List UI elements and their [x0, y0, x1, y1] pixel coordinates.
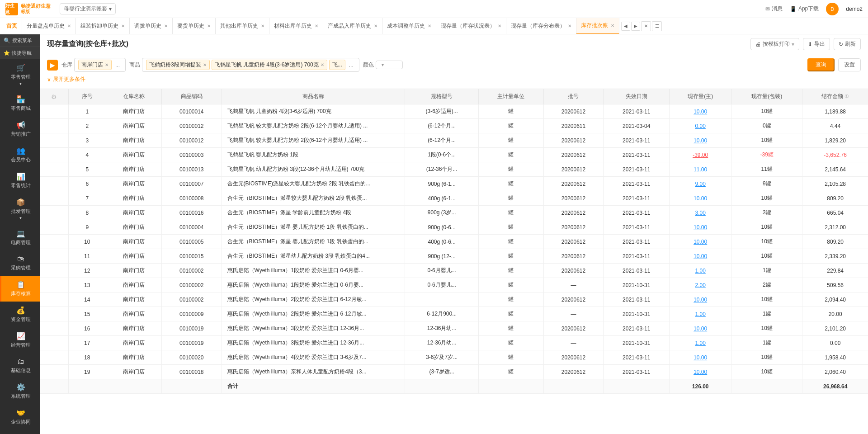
row-qty-main[interactable]: 10.00 — [670, 220, 731, 235]
row-sku-code: 00100015 — [162, 249, 222, 264]
setting-button[interactable]: 设置 — [838, 58, 861, 71]
sidebar-item-member[interactable]: 👥 会员中心 — [0, 142, 40, 168]
tab-close-yao-huo[interactable]: ✕ — [207, 24, 211, 28]
product-tag-0-remove[interactable]: ✕ — [203, 62, 207, 67]
row-qty-main[interactable]: 10.00 — [670, 249, 731, 264]
print-button[interactable]: 🖨 按模板打印 ▾ — [750, 38, 799, 50]
row-qty-main[interactable]: 10.00 — [670, 292, 731, 307]
tab-chan-pin-ru[interactable]: 产成品入库单历史 ✕ — [323, 18, 382, 34]
nav-menu-button[interactable]: ☰ — [652, 21, 662, 31]
tab-pi-ci[interactable]: 库存批次账 ✕ — [576, 18, 619, 34]
row-qty-main[interactable]: 10.00 — [670, 321, 731, 336]
tab-home[interactable]: 首页 — [2, 18, 22, 34]
row-expire: 2021-03-11 — [604, 220, 670, 235]
sidebar-item-corp[interactable]: 🤝 企业协同 — [0, 404, 40, 430]
row-qty-main[interactable]: -39.00 — [670, 148, 731, 162]
enterprise-selector[interactable]: 母婴行业演示账套 ▾ — [60, 3, 116, 14]
row-qty-main[interactable]: 10.00 — [670, 350, 731, 365]
row-qty-main[interactable]: 10.00 — [670, 133, 731, 148]
app-download-button[interactable]: 📱 App下载 — [790, 5, 819, 13]
row-no: 9 — [68, 220, 106, 235]
base-icon: 🗂 — [17, 358, 24, 366]
color-dropdown[interactable]: ▾ — [376, 61, 403, 69]
tab-close-chan-pin-ru[interactable]: ✕ — [374, 24, 377, 28]
sidebar-item-base[interactable]: 🗂 基础信息 — [0, 353, 40, 378]
tab-close-xian-cun-ku[interactable]: ✕ — [498, 24, 501, 28]
tab-cheng-ben[interactable]: 成本调整单历史 ✕ — [382, 18, 436, 34]
warehouse-tag-remove[interactable]: ✕ — [105, 62, 108, 67]
sidebar-item-guide[interactable]: 🎯 新手引导 — [0, 430, 40, 434]
tab-tiao-bo[interactable]: 调拨单历史 ✕ — [130, 18, 173, 34]
row-batch: 20200612 — [543, 235, 604, 249]
row-qty-pkg: 0罐 — [731, 119, 802, 133]
row-qty-main[interactable]: 1.00 — [670, 336, 731, 350]
nav-prev-button[interactable]: ◀ — [621, 22, 630, 31]
export-button[interactable]: ⬇ 导出 — [803, 38, 830, 50]
row-qty-main[interactable]: 1.00 — [670, 264, 731, 278]
col-settings[interactable]: ⚙ — [40, 89, 68, 104]
row-warehouse: 南岸门店 — [106, 133, 161, 148]
row-expire: 2021-03-11 — [604, 104, 670, 119]
tab-close-cheng-ben[interactable]: ✕ — [428, 24, 431, 28]
total-empty-batch — [543, 379, 604, 394]
refresh-button[interactable]: ↻ 刷新 — [834, 38, 861, 50]
sidebar-item-retail-stat[interactable]: 📊 零售统计 — [0, 168, 40, 193]
sidebar-item-purchase[interactable]: 🛍 采购管理 — [0, 250, 40, 276]
sidebar-item-retail[interactable]: 🛒 零售管理 — [0, 59, 40, 90]
sidebar-item-wholesale[interactable]: 📦 批发管理 — [0, 193, 40, 225]
row-qty-main[interactable]: 2.00 — [670, 278, 731, 292]
tab-close-qi-ta-chu[interactable]: ✕ — [261, 24, 264, 28]
sidebar-item-inventory[interactable]: 📋 库存核算 — [0, 276, 40, 302]
row-qty-pkg: 1罐 — [731, 336, 802, 350]
inventory-icon: 📋 — [16, 280, 25, 289]
sidebar-shortcut[interactable]: ⭐ 快捷导航 — [0, 47, 40, 59]
product-filter-value[interactable]: 飞鹤奶粉3段同增提装 ✕ 飞鹤星飞帆 儿童奶粉 4段(3-6岁适用) 700克 … — [142, 58, 359, 72]
tab-close-cai-liao[interactable]: ✕ — [315, 24, 318, 28]
nav-next-button[interactable]: ▶ — [631, 22, 640, 31]
row-qty-main[interactable]: 10.00 — [670, 104, 731, 119]
product-more-button[interactable]: ... — [347, 62, 355, 68]
row-qty-main[interactable]: 11.00 — [670, 162, 731, 177]
row-warehouse: 南岸门店 — [106, 235, 161, 249]
filter-toggle-button[interactable]: ▶ — [47, 60, 58, 71]
messages-button[interactable]: ✉ 消息 — [765, 5, 783, 13]
tab-qi-ta-chu[interactable]: 其他出库单历史 ✕ — [216, 18, 269, 34]
tab-close-fen-pan[interactable]: ✕ — [67, 24, 71, 28]
tab-close-pi-ci[interactable]: ✕ — [611, 23, 614, 28]
tab-yao-huo[interactable]: 要货单历史 ✕ — [173, 18, 216, 34]
sidebar-item-finance[interactable]: 💰 资金管理 — [0, 302, 40, 327]
row-qty-main[interactable]: 3.00 — [670, 206, 731, 220]
sidebar-item-retail-mall[interactable]: 🏪 零售商城 — [0, 90, 40, 116]
nav-close-all-button[interactable]: ✕ — [641, 21, 651, 31]
sidebar-item-marketing[interactable]: 📢 营销推广 — [0, 116, 40, 142]
column-settings-icon[interactable]: ⚙ — [51, 93, 57, 100]
row-qty-main[interactable]: 0.00 — [670, 119, 731, 133]
query-button[interactable]: 查询 — [807, 58, 835, 71]
row-qty-main[interactable]: 10.00 — [670, 191, 731, 206]
row-unit: 罐 — [479, 162, 544, 177]
tab-close-xian-cun-fen[interactable]: ✕ — [568, 24, 571, 28]
expand-more-button[interactable]: ∨ 展开更多条件 — [47, 74, 861, 85]
product-tag-1-remove[interactable]: ✕ — [321, 62, 324, 67]
tab-close-zu-chai[interactable]: ✕ — [121, 24, 125, 28]
tab-zu-chai[interactable]: 组装拆卸单历史 ✕ — [76, 18, 130, 34]
row-qty-main[interactable]: 9.00 — [670, 177, 731, 191]
row-qty-main[interactable]: 1.00 — [670, 307, 731, 321]
sidebar-search[interactable]: 🔍 搜索菜单 — [0, 34, 40, 47]
tab-cai-liao[interactable]: 材料出库单历史 ✕ — [269, 18, 323, 34]
tab-close-tiao-bo[interactable]: ✕ — [164, 24, 168, 28]
warehouse-more-button[interactable]: ... — [113, 62, 122, 68]
row-no: 2 — [68, 119, 106, 133]
tab-xian-cun-fen[interactable]: 现存量（库存分布表） ✕ — [506, 18, 576, 34]
avatar[interactable]: D — [826, 3, 839, 15]
tab-xian-cun-ku[interactable]: 现存量（库存状况表） ✕ — [436, 18, 506, 34]
username-label[interactable]: demo2 — [846, 6, 863, 12]
sidebar-item-system[interactable]: ⚙️ 系统管理 — [0, 378, 40, 404]
balance-info-icon[interactable]: ① — [844, 94, 849, 99]
sidebar-item-ops[interactable]: 📈 经营管理 — [0, 327, 40, 353]
row-qty-main[interactable]: 10.00 — [670, 365, 731, 379]
sidebar-item-ecom[interactable]: 💻 电商管理 — [0, 225, 40, 250]
warehouse-filter-value[interactable]: 南岸门店 ✕ ... — [74, 58, 126, 72]
tab-fen-pan[interactable]: 分量盘点单历史 ✕ — [22, 18, 76, 34]
row-qty-main[interactable]: 10.00 — [670, 235, 731, 249]
